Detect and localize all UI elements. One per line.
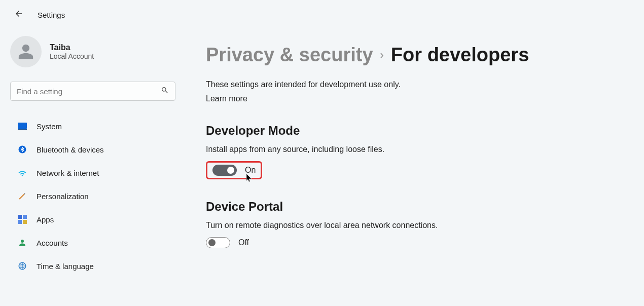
nav-list: System Bluetooth & devices Network & int…	[10, 116, 175, 276]
dev-mode-toggle[interactable]	[212, 165, 237, 176]
nav-item-apps[interactable]: Apps	[10, 209, 175, 230]
nav-label: Time & language	[37, 262, 94, 271]
svg-point-7	[21, 240, 24, 243]
title-bar: Settings	[0, 0, 644, 26]
user-name: Taiba	[50, 43, 94, 52]
learn-more-link[interactable]: Learn more	[206, 94, 247, 103]
breadcrumb: Privacy & security › For developers	[206, 44, 624, 66]
nav-label: Network & internet	[37, 169, 99, 177]
nav-item-network[interactable]: Network & internet	[10, 163, 175, 183]
nav-label: Bluetooth & devices	[37, 145, 104, 154]
search-input[interactable]	[10, 82, 175, 101]
search-field[interactable]	[17, 87, 161, 96]
avatar	[10, 36, 42, 67]
device-portal-desc: Turn on remote diagnostics over local ar…	[206, 221, 624, 230]
network-icon	[17, 168, 27, 178]
nav-item-personalization[interactable]: Personalization	[10, 186, 175, 206]
nav-item-system[interactable]: System	[10, 116, 175, 136]
nav-label: Accounts	[37, 239, 68, 247]
breadcrumb-parent[interactable]: Privacy & security	[206, 44, 373, 66]
nav-item-bluetooth[interactable]: Bluetooth & devices	[10, 139, 175, 160]
user-profile[interactable]: Taiba Local Account	[10, 36, 175, 67]
cursor-icon	[246, 174, 253, 185]
personalization-icon	[17, 191, 27, 201]
accounts-icon	[17, 238, 27, 248]
device-portal-state: Off	[238, 238, 249, 247]
intro-text: These settings are intended for developm…	[206, 80, 624, 89]
main-content: Privacy & security › For developers Thes…	[186, 26, 644, 276]
nav-label: System	[37, 122, 62, 131]
highlight-annotation: On	[206, 161, 262, 179]
dev-mode-state: On	[245, 166, 256, 175]
back-button[interactable]	[14, 9, 23, 21]
device-portal-toggle-row: Off	[206, 237, 624, 248]
svg-rect-6	[23, 220, 27, 224]
svg-rect-0	[18, 123, 27, 129]
search-icon	[161, 86, 169, 96]
svg-rect-1	[18, 129, 27, 130]
sidebar: Taiba Local Account System Bluetooth & d…	[0, 26, 186, 276]
nav-label: Apps	[37, 215, 54, 224]
svg-rect-4	[23, 215, 27, 219]
dev-mode-desc: Install apps from any source, including …	[206, 145, 624, 154]
nav-label: Personalization	[37, 192, 89, 201]
dev-mode-title: Developer Mode	[206, 124, 624, 138]
time-language-icon	[17, 261, 27, 271]
chevron-right-icon: ›	[380, 49, 384, 62]
nav-item-accounts[interactable]: Accounts	[10, 233, 175, 253]
svg-rect-3	[18, 215, 22, 219]
system-icon	[17, 121, 27, 131]
bluetooth-icon	[17, 144, 27, 155]
device-portal-title: Device Portal	[206, 200, 624, 214]
device-portal-toggle[interactable]	[206, 237, 230, 248]
user-account-type: Local Account	[50, 52, 94, 60]
nav-item-time-language[interactable]: Time & language	[10, 256, 175, 276]
app-title: Settings	[38, 11, 65, 19]
apps-icon	[17, 214, 27, 224]
breadcrumb-current: For developers	[391, 44, 529, 66]
svg-rect-5	[18, 220, 22, 224]
